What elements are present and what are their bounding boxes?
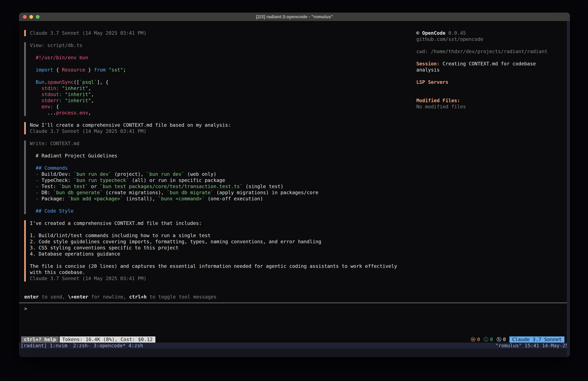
text-run: - xyxy=(36,190,42,195)
text-run xyxy=(30,165,36,171)
terminal-line: - DB: `bun db generate` (create migratio… xyxy=(30,190,565,196)
text-run: Claude 3.7 Sonnet (14 May 2025 03:41 PM) xyxy=(30,128,146,134)
close-button[interactable] xyxy=(23,15,27,19)
hint-circle-icon: ⓗ xyxy=(497,336,501,343)
text-run: `bun db generate` xyxy=(53,190,103,195)
terminal-line: - TypeCheck: `bun run typecheck` (all) o… xyxy=(30,177,565,183)
window-titlebar: [2/3] radiant:3:opencode - "romulus" xyxy=(19,13,570,21)
text-run: "inherit" xyxy=(65,98,91,103)
text-run: (project), xyxy=(111,171,147,177)
text-run: DB: xyxy=(42,190,53,195)
tokens-cost-chip: Tokens: 16.4K (8%), Cost: $0.12 xyxy=(60,336,155,343)
text-run: "sst" xyxy=(109,67,123,73)
terminal-line: No modified files xyxy=(416,104,570,110)
text-run: cwd: /home/thdxr/dev/projects/radiant/ra… xyxy=(416,49,547,54)
terminal-line: ...process.env, xyxy=(30,110,565,116)
text-run xyxy=(30,104,42,110)
sidebar: © OpenCode 0.0.45github.com/sst/opencode… xyxy=(416,30,570,110)
text-run xyxy=(30,91,42,97)
text-run: View: script/db.ts xyxy=(30,43,82,48)
text-run: `bun db migrate` xyxy=(167,190,213,195)
text-run: ## Code Style xyxy=(36,208,74,214)
text-run: 0.0.45 xyxy=(448,30,466,36)
text-run xyxy=(62,98,65,103)
terminal-line: 4. Database operations guidance xyxy=(30,251,565,257)
text-run: with this codebase. xyxy=(30,269,85,275)
message-body: Now I'll create a comprehensive CONTEXT.… xyxy=(30,122,565,134)
terminal-line: © OpenCode 0.0.45 xyxy=(416,30,570,36)
model-chip[interactable]: Claude 3.7 Sonnet xyxy=(509,336,565,343)
text-run: "inherit" xyxy=(65,91,91,97)
input-divider xyxy=(19,303,570,303)
prompt-input[interactable]: > xyxy=(24,306,565,312)
text-run: process.env xyxy=(56,110,88,116)
text-run: Build/Dev: xyxy=(42,171,74,177)
text-run: , xyxy=(88,85,91,91)
terminal-line: # Radiant Project Guidelines xyxy=(30,153,565,159)
terminal-line: Modified Files: xyxy=(416,97,570,104)
text-run: stdin xyxy=(42,85,56,91)
text-run: The file is concise (20 lines) and captu… xyxy=(30,263,397,269)
text-run: `bun run dev` xyxy=(147,171,185,177)
text-run: Session xyxy=(416,61,437,67)
text-run: { xyxy=(53,67,62,73)
keybinding-help: enter to send, \+enter for newline, ctrl… xyxy=(24,294,565,300)
text-run: ctrl+h xyxy=(129,294,147,300)
text-run: `bun test` xyxy=(59,183,88,189)
terminal-line: 1. Build/lint/test commands including ho… xyxy=(30,232,565,239)
text-run: `bun add <package>` xyxy=(68,196,123,202)
info-count: 0 xyxy=(490,336,493,343)
terminal-line: with this codebase. xyxy=(30,269,565,275)
text-run xyxy=(30,55,36,60)
text-run: for newline, xyxy=(88,294,129,300)
text-run: - xyxy=(36,196,42,202)
text-run: ], { xyxy=(97,79,108,85)
message-accent-bar xyxy=(24,220,26,282)
text-run xyxy=(30,178,36,183)
text-run: `bunx <command>` xyxy=(158,196,205,202)
text-run: Claude 3.7 Sonnet (14 May 2025 03:41 PM) xyxy=(30,30,146,36)
minimize-button[interactable] xyxy=(29,15,33,19)
text-run: ; xyxy=(123,67,126,73)
text-run: : xyxy=(50,104,53,110)
message-accent-bar xyxy=(24,140,26,214)
message-block: Write: CONTEXT.md # Radiant Project Guid… xyxy=(24,140,565,214)
text-run: Test: xyxy=(42,183,59,189)
text-run: 4. Database operations guidance xyxy=(30,251,120,257)
text-run: (all) or run in specific package xyxy=(129,178,225,183)
terminal-line: I've created a comprehensive CONTEXT.md … xyxy=(30,220,565,226)
text-run: TypeCheck: xyxy=(42,178,74,183)
zoom-button[interactable] xyxy=(36,15,40,19)
text-run: Resource xyxy=(62,67,85,73)
text-run: - xyxy=(36,171,42,177)
text-run: ([ xyxy=(74,79,79,85)
text-run: stdout xyxy=(42,91,59,97)
terminal-line xyxy=(416,91,570,97)
text-run: . xyxy=(44,79,47,85)
warning-circle-icon: ⓦ xyxy=(471,336,476,343)
scrollbar[interactable] xyxy=(567,21,570,357)
terminal-line xyxy=(30,257,565,263)
terminal-line xyxy=(416,85,570,91)
text-run xyxy=(30,190,36,195)
text-run: `bun test packages/core/test/transaction… xyxy=(100,183,243,189)
terminal-line: - Test: `bun test` or `bun test packages… xyxy=(30,183,565,190)
text-run xyxy=(30,208,36,214)
terminal-line: 3. CSS styling conventions specific to t… xyxy=(30,245,565,251)
text-run: github.com/sst/opencode xyxy=(416,36,483,42)
text-run: 2. Code style guidelines covering import… xyxy=(30,239,321,245)
text-run: No modified files xyxy=(416,104,466,110)
text-run: \+enter xyxy=(68,294,88,300)
text-run: (create migrations), xyxy=(103,190,167,195)
text-run: Now I'll create a comprehensive CONTEXT.… xyxy=(30,122,231,128)
text-run: to toggle tool messages xyxy=(147,294,216,300)
text-run: Bun xyxy=(36,79,44,85)
terminal-line xyxy=(30,159,565,165)
help-shortcut-chip: ctrl+? help xyxy=(21,336,59,343)
terminal-line: cwd: /home/thdxr/dev/projects/radiant/ra… xyxy=(416,48,570,55)
terminal-window: [2/3] radiant:3:opencode - "romulus" Cla… xyxy=(19,13,570,357)
text-run: "inherit" xyxy=(62,85,88,91)
text-run: to send, xyxy=(39,294,68,300)
terminal-line: Claude 3.7 Sonnet (14 May 2025 03:41 PM) xyxy=(30,128,565,134)
text-run: (one-off execution) xyxy=(205,196,263,202)
